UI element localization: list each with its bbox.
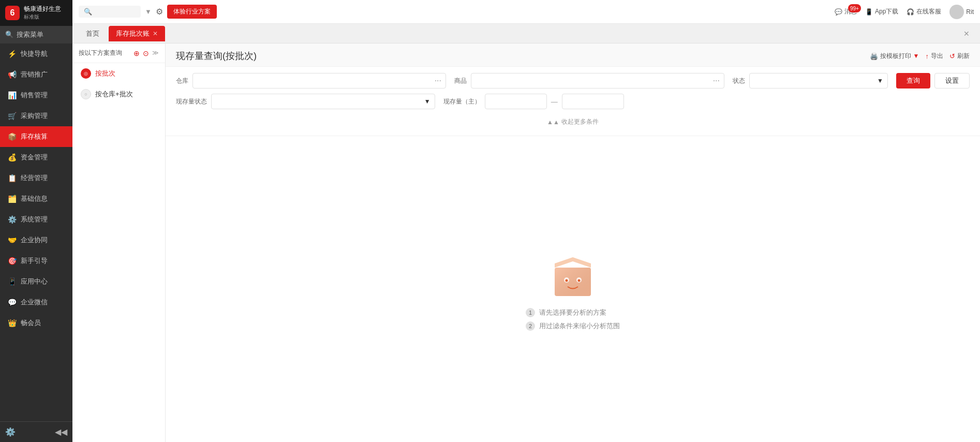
sidebar-item-system[interactable]: ⚙️ 系统管理: [0, 209, 72, 230]
operation-icon: 📋: [7, 173, 17, 183]
quick-nav-icon: ⚡: [7, 49, 17, 58]
refresh-label: 刷新: [957, 52, 970, 61]
marketing-icon: 📢: [7, 70, 17, 79]
sidebar-item-purchase[interactable]: 🛒 采购管理: [0, 106, 72, 126]
tab-inventory-batch[interactable]: 库存批次账 ✕: [109, 26, 165, 41]
topbar-dropdown-icon[interactable]: ▼: [145, 8, 152, 16]
wechat-icon: 💬: [7, 298, 17, 307]
tab-close-icon[interactable]: ✕: [153, 30, 158, 37]
sidebar-search-label: 搜索菜单: [17, 30, 43, 39]
scheme-dot-gray: ○: [81, 89, 91, 99]
sidebar-item-label: 基础信息: [21, 194, 48, 203]
query-btn[interactable]: 查询: [896, 73, 930, 89]
refresh-icon: ↺: [949, 52, 955, 60]
sidebar-item-basic[interactable]: 🗂️ 基础信息: [0, 188, 72, 209]
collapse-sidebar-icon[interactable]: ◀◀: [55, 427, 67, 437]
tab-panel-close-btn[interactable]: ✕: [959, 27, 974, 40]
step-2-text: 用过滤条件来缩小分析范围: [539, 321, 620, 331]
left-panel-icons: ⊕ ⊙ ≫: [133, 49, 159, 57]
app-download-label: App下载: [875, 7, 898, 16]
print-btn[interactable]: 🖨️ 按模板打印 ▼: [870, 52, 919, 61]
filter-collapse-btn[interactable]: ▲▲ 收起更多条件: [176, 114, 970, 129]
topbar-right: 💬 消息 99+ 📱 App下载 🎧 在线客服 Rit: [835, 5, 974, 19]
basic-icon: 🗂️: [7, 194, 17, 203]
app-download-btn[interactable]: 📱 App下载: [865, 7, 898, 16]
sidebar-item-enterprise[interactable]: 🤝 企业协同: [0, 230, 72, 251]
messages-badge: 99+: [848, 4, 861, 12]
filter-area: 仓库 ··· 商品 ··· 状态: [166, 67, 980, 136]
tab-inventory-batch-label: 库存批次账: [116, 29, 150, 38]
sidebar-item-operation[interactable]: 📋 经营管理: [0, 168, 72, 188]
refresh-btn[interactable]: ↺ 刷新: [949, 52, 970, 61]
filter-field-stock-quantity: 现存量（主） —: [443, 94, 703, 109]
left-panel-item-by-warehouse-batch[interactable]: ○ 按仓库+批次: [72, 84, 165, 105]
trial-btn[interactable]: 体验行业方案: [167, 5, 217, 19]
tab-home-label: 首页: [86, 29, 99, 38]
tab-home[interactable]: 首页: [79, 26, 107, 41]
topbar-search-box[interactable]: 🔍: [79, 6, 141, 18]
sidebar-item-label: 畅会员: [21, 318, 41, 328]
topbar-search-input[interactable]: [94, 8, 136, 16]
finance-icon: 💰: [7, 153, 17, 162]
sidebar-item-app-center[interactable]: 📱 应用中心: [0, 271, 72, 292]
sidebar-item-label: 库存核算: [21, 132, 48, 141]
sidebar-item-label: 采购管理: [21, 111, 48, 121]
empty-step-1: 1 请先选择要分析的方案: [526, 308, 620, 317]
member-icon: 👑: [7, 318, 17, 328]
print-dropdown-icon[interactable]: ▼: [913, 52, 919, 60]
filter-field-stock-status: 现存量状态 ▼: [176, 94, 435, 109]
sidebar-search[interactable]: 🔍 搜索菜单: [0, 26, 72, 43]
online-service-btn[interactable]: 🎧 在线客服: [907, 7, 941, 16]
add-scheme-icon[interactable]: ⊕: [133, 49, 140, 57]
left-panel-title: 按以下方案查询: [79, 49, 122, 57]
print-label: 按模板打印: [880, 52, 911, 61]
sidebar-item-wechat[interactable]: 💬 企业微信: [0, 292, 72, 313]
warehouse-dots-icon[interactable]: ···: [435, 76, 441, 85]
content-area: 按以下方案查询 ⊕ ⊙ ≫ ◎ 按批次 ○ 按仓库+批次: [72, 43, 980, 442]
sidebar-item-marketing[interactable]: 📢 营销推广: [0, 64, 72, 85]
settings-btn[interactable]: 设置: [934, 73, 970, 89]
sidebar-item-newbie[interactable]: 🎯 新手引导: [0, 251, 72, 271]
status-select[interactable]: ▼: [749, 73, 888, 89]
product-input[interactable]: ···: [471, 73, 724, 89]
sidebar-item-inventory[interactable]: 📦 库存核算: [0, 126, 72, 147]
system-icon: ⚙️: [7, 215, 17, 224]
search-icon: 🔍: [5, 31, 13, 38]
settings-icon[interactable]: ⚙️: [5, 427, 16, 437]
sidebar-nav: ⚡ 快捷导航 📢 营销推广 📊 销售管理 🛒 采购管理 📦 库存核算 💰 资金管…: [0, 43, 72, 421]
sidebar-item-quick-nav[interactable]: ⚡ 快捷导航: [0, 43, 72, 64]
sidebar-footer: ⚙️ ◀◀: [0, 421, 72, 442]
empty-step-2: 2 用过滤条件来缩小分析范围: [526, 321, 620, 331]
collapse-label: 收起更多条件: [561, 117, 599, 126]
export-btn[interactable]: ↑ 导出: [926, 52, 944, 61]
sidebar-item-finance[interactable]: 💰 资金管理: [0, 147, 72, 168]
topbar-gear-icon[interactable]: ⚙: [156, 7, 163, 17]
product-dots-icon[interactable]: ···: [713, 76, 720, 85]
stock-quantity-from[interactable]: [485, 94, 547, 109]
sidebar-item-sales[interactable]: 📊 销售管理: [0, 85, 72, 106]
warehouse-input[interactable]: ···: [192, 73, 446, 89]
page-header-actions: 🖨️ 按模板打印 ▼ ↑ 导出 ↺ 刷新: [870, 52, 970, 61]
sidebar-item-label: 销售管理: [21, 91, 48, 100]
enterprise-icon: 🤝: [7, 235, 17, 245]
messages-btn[interactable]: 💬 消息 99+: [835, 7, 857, 16]
stock-quantity-to[interactable]: [562, 94, 624, 109]
topbar-search-icon: 🔍: [84, 8, 92, 16]
phone-icon: 📱: [865, 8, 873, 16]
main-area: 🔍 ▼ ⚙ 体验行业方案 💬 消息 99+ 📱 App下载 🎧 在线客服 Rit: [72, 0, 980, 442]
collapse-panel-icon[interactable]: ≫: [152, 49, 159, 57]
left-panel-item-by-batch[interactable]: ◎ 按批次: [72, 63, 165, 84]
sidebar-item-label: 快捷导航: [21, 49, 48, 58]
sidebar-item-member[interactable]: 👑 畅会员: [0, 313, 72, 333]
stock-status-select[interactable]: ▼: [211, 94, 435, 109]
status-dropdown-icon: ▼: [877, 77, 883, 84]
username-label: Rit: [966, 8, 974, 16]
user-avatar-area[interactable]: Rit: [949, 5, 974, 19]
step-1-text: 请先选择要分析的方案: [539, 308, 606, 317]
empty-illustration: [547, 248, 599, 300]
step-num-1: 1: [526, 308, 535, 317]
scheme-dot-red: ◎: [81, 68, 91, 79]
messages-icon: 💬: [835, 8, 842, 16]
settings-scheme-icon[interactable]: ⊙: [143, 49, 149, 57]
filter-row-1: 仓库 ··· 商品 ··· 状态: [176, 73, 970, 89]
